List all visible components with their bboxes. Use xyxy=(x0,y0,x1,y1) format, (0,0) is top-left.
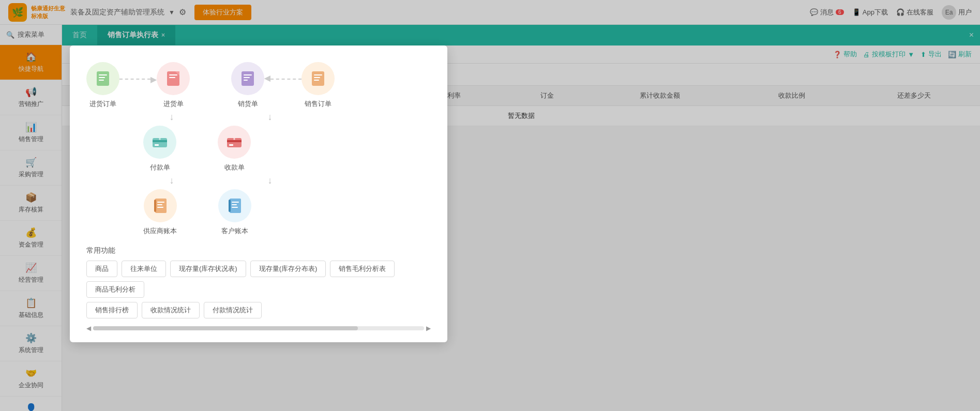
func-btn-stock-status[interactable]: 现存量(库存状况表) xyxy=(170,261,246,277)
flow-col-payment: ¥ 付款单 xyxy=(143,126,176,172)
arrow-po-to-pb: ▶ xyxy=(119,74,157,97)
sales-bill-node[interactable] xyxy=(231,62,264,95)
func-btn-sales-rank[interactable]: 销售排行榜 xyxy=(86,302,138,318)
svg-rect-3 xyxy=(99,80,104,81)
func-btn-receipt-stat[interactable]: 收款情况统计 xyxy=(142,302,200,318)
svg-rect-28 xyxy=(157,207,163,208)
func-btn-goods-gross[interactable]: 商品毛利分析 xyxy=(86,281,144,298)
receipt-bill-label: 收款单 xyxy=(224,163,245,172)
svg-rect-33 xyxy=(232,207,238,208)
svg-rect-15 xyxy=(314,80,319,81)
supplier-ledger-node[interactable] xyxy=(144,189,177,222)
func-btn-stock-dist[interactable]: 现存量(库存分布表) xyxy=(250,261,326,277)
svg-text:¥: ¥ xyxy=(233,136,236,141)
svg-rect-14 xyxy=(314,77,320,78)
purchase-order-node[interactable] xyxy=(86,62,119,95)
purchase-bill-label: 进货单 xyxy=(163,99,184,109)
flow-col-supplier-ledger: 供应商账本 xyxy=(143,189,177,236)
sales-order-node[interactable] xyxy=(301,62,335,95)
svg-rect-26 xyxy=(157,202,164,203)
svg-rect-12 xyxy=(312,71,324,86)
svg-rect-13 xyxy=(314,74,322,75)
svg-rect-18 xyxy=(155,144,159,146)
svg-rect-6 xyxy=(169,77,175,78)
payment-bill-node[interactable]: ¥ xyxy=(143,126,176,159)
svg-rect-29 xyxy=(230,199,241,213)
guide-panel: 进货订单 ▶ 进货单 xyxy=(70,45,447,342)
payment-bill-label: 付款单 xyxy=(150,163,170,172)
svg-rect-5 xyxy=(169,74,177,75)
svg-rect-2 xyxy=(99,77,105,78)
common-functions-title: 常用功能 xyxy=(86,246,431,255)
scroll-row: ◀ ▶ xyxy=(86,325,431,332)
sales-order-label: 销售订单 xyxy=(305,99,331,109)
receipt-bill-node[interactable]: ¥ xyxy=(218,126,251,159)
purchase-bill-node[interactable] xyxy=(157,62,190,95)
customer-ledger-node[interactable] xyxy=(218,189,251,222)
flow-col-purchase-order: 进货订单 xyxy=(86,62,119,109)
common-functions: 常用功能 商品 往来单位 现存量(库存状况表) 现存量(库存分布表) 销售毛利分… xyxy=(86,246,431,318)
scroll-thumb xyxy=(93,326,358,330)
scroll-right-btn[interactable]: ▶ xyxy=(426,325,431,332)
svg-rect-31 xyxy=(232,202,239,203)
arrow-sb-down: ↓ xyxy=(242,112,298,123)
arrow-payment-down: ↓ xyxy=(143,175,200,186)
arrow-receipt-down: ↓ xyxy=(242,175,298,186)
func-btn-payment-stat[interactable]: 付款情况统计 xyxy=(204,302,262,318)
flow-col-receipt: ¥ 收款单 xyxy=(218,126,251,172)
flow-col-customer-ledger: 客户账本 xyxy=(218,189,251,236)
svg-rect-1 xyxy=(99,74,107,75)
func-btn-counterparty[interactable]: 往来单位 xyxy=(122,261,166,277)
customer-ledger-label: 客户账本 xyxy=(221,226,248,236)
func-btn-row-1: 商品 往来单位 现存量(库存状况表) 现存量(库存分布表) 销售毛利分析表 商品… xyxy=(86,261,431,298)
svg-rect-24 xyxy=(155,199,167,213)
svg-text:¥: ¥ xyxy=(158,136,161,141)
svg-rect-25 xyxy=(154,200,156,212)
svg-rect-22 xyxy=(229,144,233,146)
arrow-pb-down: ↓ xyxy=(143,112,200,123)
svg-rect-27 xyxy=(157,204,162,205)
svg-rect-11 xyxy=(244,80,248,81)
supplier-ledger-label: 供应商账本 xyxy=(143,226,177,236)
svg-rect-30 xyxy=(229,200,231,212)
scroll-left-btn[interactable]: ◀ xyxy=(86,325,91,332)
svg-rect-9 xyxy=(244,74,252,75)
func-btn-goods[interactable]: 商品 xyxy=(86,261,117,277)
svg-rect-8 xyxy=(242,71,254,86)
svg-rect-32 xyxy=(232,204,237,205)
func-btn-row-2: 销售排行榜 收款情况统计 付款情况统计 xyxy=(86,302,431,318)
func-btn-sales-gross[interactable]: 销售毛利分析表 xyxy=(330,261,395,277)
sales-bill-label: 销货单 xyxy=(238,99,258,109)
purchase-order-label: 进货订单 xyxy=(89,99,116,109)
flow-col-sales-order: 销售订单 xyxy=(301,62,335,109)
scroll-track[interactable] xyxy=(93,326,424,330)
arrow-so-to-sb: ▶ xyxy=(264,74,301,97)
flow-col-purchase-bill: 进货单 xyxy=(157,62,190,109)
svg-rect-10 xyxy=(244,77,250,78)
flow-col-sales-bill: 销货单 xyxy=(231,62,264,109)
svg-rect-0 xyxy=(97,71,109,86)
